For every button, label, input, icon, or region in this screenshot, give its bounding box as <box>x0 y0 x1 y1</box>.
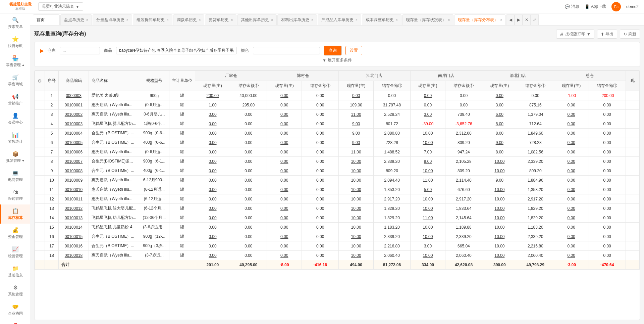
cell-link[interactable]: 9.00 <box>352 131 360 136</box>
cell-link[interactable]: 3.00 <box>496 103 503 107</box>
cell-link[interactable]: 0.00 <box>280 131 288 136</box>
cell-link[interactable]: 10.00 <box>423 225 433 230</box>
cell-link[interactable]: 10.00 <box>423 253 433 258</box>
sidebar-item-finance[interactable]: 💰 资金管理 <box>0 224 30 243</box>
cell-link[interactable]: 9.00 <box>352 140 360 145</box>
cell-link[interactable]: 0.00 <box>280 178 288 183</box>
cell-link[interactable]: 0.00 <box>280 234 288 239</box>
cell-link[interactable]: 200.00 <box>207 93 219 98</box>
cell-link[interactable]: 0.00 <box>209 253 216 258</box>
cell-link[interactable]: 10.00 <box>351 225 361 230</box>
cell-link[interactable]: 00100009 <box>65 178 83 183</box>
cell-link[interactable]: 00100014 <box>65 225 83 230</box>
cell-link[interactable]: 0.00 <box>209 122 216 126</box>
cell-link[interactable]: 0.00 <box>568 234 575 239</box>
tab-close-cost-adjust[interactable]: × <box>396 18 398 22</box>
cell-link[interactable]: -39.00 <box>422 122 433 126</box>
product-input[interactable] <box>116 47 237 54</box>
cell-link[interactable]: 0.00 <box>209 187 216 192</box>
cell-link[interactable]: 0.00 <box>209 216 216 220</box>
cell-link[interactable]: 0.00 <box>209 178 216 183</box>
cell-link[interactable]: 0.00 <box>568 206 575 211</box>
cell-link[interactable]: 10.00 <box>494 253 504 258</box>
cell-link[interactable]: 0.00 <box>280 140 288 145</box>
sidebar-item-ecommerce[interactable]: 💻 电商管理 <box>0 167 30 186</box>
cell-link[interactable]: 0.00 <box>568 103 575 107</box>
cell-link[interactable]: 109.00 <box>350 103 362 107</box>
cell-link[interactable]: 0.00 <box>209 197 216 201</box>
cell-link[interactable]: 0.00 <box>568 178 575 183</box>
cell-link[interactable]: 0.00 <box>568 140 575 145</box>
cell-link[interactable]: 10.00 <box>351 159 361 164</box>
cell-link[interactable]: 00100001 <box>65 103 83 107</box>
username-label[interactable]: demo2 <box>626 4 639 9</box>
cell-link[interactable]: 00100008 <box>65 169 83 173</box>
tab-close-assemble[interactable]: × <box>167 18 169 22</box>
tab-sub-inventory[interactable]: 分量盘点单历史 × <box>93 14 132 25</box>
cell-link[interactable]: 0.00 <box>424 93 432 98</box>
cell-link[interactable]: 00100005 <box>65 140 83 145</box>
messages-button[interactable]: 💬 消息 <box>565 4 579 9</box>
tab-inventory-count[interactable]: 盘点单历史 × <box>60 14 92 25</box>
cell-link[interactable]: 0.00 <box>568 197 575 201</box>
cell-link[interactable]: 0.00 <box>280 159 288 164</box>
cell-link[interactable]: 0.00 <box>280 150 288 154</box>
app-download-button[interactable]: 📱 App下载 <box>585 4 606 9</box>
sidebar-item-member[interactable]: 👤 会员中心 <box>0 109 30 128</box>
sidebar-item-system[interactable]: ⚙ 系统管理 <box>0 281 30 300</box>
cell-link[interactable]: 8.00 <box>496 150 503 154</box>
cell-link[interactable]: 00100012 <box>65 206 83 211</box>
cell-link[interactable]: 00100003 <box>65 122 83 126</box>
cell-link[interactable]: 0.00 <box>280 206 288 211</box>
cell-link[interactable]: 9.00 <box>352 122 360 126</box>
cell-link[interactable]: 0.00 <box>568 187 575 192</box>
sidebar-item-purchase[interactable]: 🛍 采购管理 <box>0 186 30 204</box>
filter-collapse-icon[interactable]: ▶ <box>40 48 44 53</box>
cell-link[interactable]: 5.00 <box>424 187 432 192</box>
tab-close-requisition[interactable]: × <box>231 18 233 22</box>
tab-material-out[interactable]: 材料出库单历史 × <box>277 14 317 25</box>
cell-link[interactable]: 0.00 <box>424 103 432 107</box>
cell-link[interactable]: 0.00 <box>209 225 216 230</box>
cell-link[interactable]: 10.00 <box>494 225 504 230</box>
cell-link[interactable]: 0.00 <box>352 93 360 98</box>
cell-link[interactable]: 0.00 <box>209 131 216 136</box>
cell-link[interactable]: 10.00 <box>494 216 504 220</box>
tab-close-inventory-count[interactable]: × <box>86 18 88 22</box>
warehouse-input[interactable] <box>60 47 100 54</box>
cell-link[interactable]: 10.00 <box>494 187 504 192</box>
sidebar-item-search[interactable]: 🔍 搜索英单 <box>0 13 30 33</box>
cell-link[interactable]: 00100010 <box>65 187 83 192</box>
cell-link[interactable]: 8.00 <box>496 122 503 126</box>
cell-link[interactable]: 1.00 <box>209 103 216 107</box>
cell-link[interactable]: 0.00 <box>280 93 288 98</box>
tab-close-material-out[interactable]: × <box>311 18 313 22</box>
cell-link[interactable]: 0.00 <box>280 197 288 201</box>
sidebar-item-retail-store[interactable]: 🛒 零售商城 <box>0 71 30 90</box>
sidebar-item-basic[interactable]: 📁 基础信息 <box>0 262 30 281</box>
cell-link[interactable]: 10.00 <box>494 234 504 239</box>
cell-link[interactable]: 10.00 <box>494 197 504 201</box>
cell-link[interactable]: 10.00 <box>351 197 361 201</box>
cell-link[interactable]: 0.00 <box>209 206 216 211</box>
tab-close-other-out[interactable]: × <box>271 18 273 22</box>
cell-link[interactable]: 0000003 <box>66 93 82 98</box>
cell-link[interactable]: 0.00 <box>568 159 575 164</box>
cell-link[interactable]: 10.00 <box>423 234 433 239</box>
cell-link[interactable]: 9.00 <box>424 159 432 164</box>
tab-assemble[interactable]: 组装拆卸单历史 × <box>133 14 172 25</box>
cell-link[interactable]: 0.00 <box>280 216 288 220</box>
cell-link[interactable]: 0.00 <box>209 112 216 117</box>
cell-link[interactable]: 6.00 <box>496 112 503 117</box>
cell-link[interactable]: 0.00 <box>280 244 288 248</box>
tab-nav-expand[interactable]: ⤢ <box>531 14 539 25</box>
tab-close-product-in[interactable]: × <box>356 18 358 22</box>
cell-link[interactable]: 10.00 <box>423 197 433 201</box>
cell-link[interactable]: 00100015 <box>65 234 83 239</box>
tab-requisition[interactable]: 要货单历史 × <box>205 14 236 25</box>
cell-link[interactable]: 00100007 <box>65 159 83 164</box>
cell-link[interactable]: 0.00 <box>568 253 575 258</box>
tab-product-in[interactable]: 产成品入库单历史 × <box>318 14 361 25</box>
tab-home[interactable]: 首页 <box>33 14 60 25</box>
cell-link[interactable]: 10.00 <box>423 206 433 211</box>
